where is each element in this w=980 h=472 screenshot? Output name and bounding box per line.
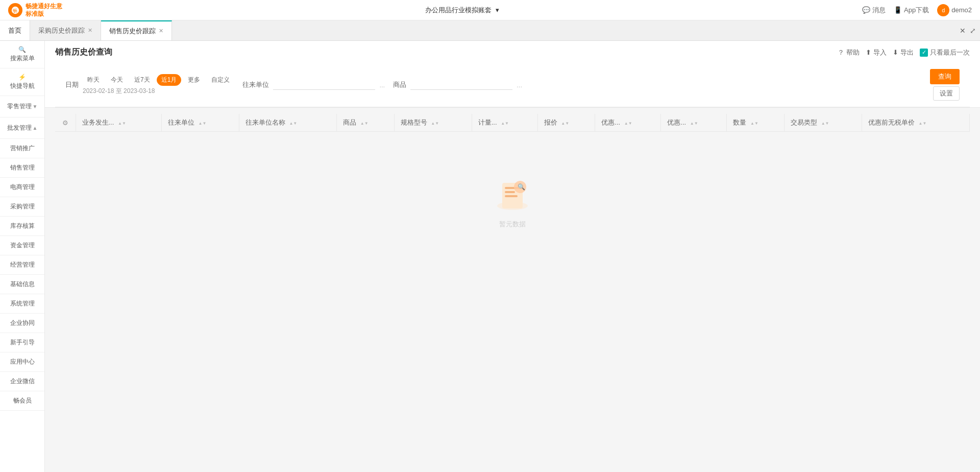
sidebar-item-guide[interactable]: 新手引导 xyxy=(0,333,44,352)
sort-icon: ▲▼ xyxy=(624,121,632,126)
col-discount1[interactable]: 优惠... ▲▼ xyxy=(595,114,661,132)
date-yesterday[interactable]: 昨天 xyxy=(83,74,104,86)
col-settings[interactable]: ⚙ xyxy=(55,114,76,132)
query-actions: 查询 设置 xyxy=(930,69,960,101)
sidebar-item-system[interactable]: 系统管理 xyxy=(0,294,44,314)
sidebar-item-purchase[interactable]: 采购管理 xyxy=(0,197,44,217)
quick-icon: ⚡ xyxy=(18,74,26,81)
sort-icon: ▲▼ xyxy=(118,121,126,126)
export-icon: ⬇ xyxy=(893,49,898,56)
col-partner-name[interactable]: 往来单位名称 ▲▼ xyxy=(239,114,336,132)
settings-button[interactable]: 设置 xyxy=(933,86,960,101)
sort-icon: ▲▼ xyxy=(501,121,509,126)
sidebar-item-sales-mgmt[interactable]: 销售管理 xyxy=(0,158,44,178)
col-pretax[interactable]: 优惠前无税单价 ▲▼ xyxy=(862,114,969,132)
data-table: ⚙ 业务发生... ▲▼ 往来单位 ▲▼ 往来单位名称 ▲▼ xyxy=(55,114,970,132)
export-button[interactable]: ⬇ 导出 xyxy=(893,48,914,57)
date-today[interactable]: 今天 xyxy=(106,74,128,86)
date-buttons: 昨天 今天 近7天 近1月 更多 自定义 xyxy=(83,74,234,86)
product-dots: ... xyxy=(517,81,522,89)
svg-text:畅: 畅 xyxy=(13,8,17,13)
gear-icon[interactable]: ⚙ xyxy=(62,119,68,127)
date-more[interactable]: 更多 xyxy=(183,74,205,86)
svg-rect-5 xyxy=(505,191,515,193)
page-title-row: 销售历史价查询 ？ 帮助 ⬆ 导入 ⬇ 导出 ✓ xyxy=(55,47,970,58)
search-icon: 🔍 xyxy=(18,46,26,53)
partner-input[interactable] xyxy=(273,80,375,90)
sort-icon: ▲▼ xyxy=(750,121,758,126)
sidebar-item-search[interactable]: 🔍 搜索菜单 xyxy=(0,41,44,68)
sort-icon: ▲▼ xyxy=(198,121,206,126)
tab-bar-end: ✕ ⤢ xyxy=(955,20,980,40)
sort-icon: ▲▼ xyxy=(431,121,439,126)
sort-icon: ▲▼ xyxy=(919,121,927,126)
col-spec[interactable]: 规格型号 ▲▼ xyxy=(394,114,472,132)
tab-sales-label: 销售历史价跟踪 xyxy=(109,27,156,36)
sidebar-item-quick[interactable]: ⚡ 快捷导航 xyxy=(0,68,44,96)
tab-purchase-close[interactable]: ✕ xyxy=(88,27,92,34)
only-last-checkbox[interactable]: ✓ xyxy=(920,49,928,57)
tab-sales[interactable]: 销售历史价跟踪 ✕ xyxy=(101,20,172,40)
date-custom[interactable]: 自定义 xyxy=(207,74,234,86)
workspace-dropdown-icon[interactable]: ▾ xyxy=(496,6,499,14)
maximize-icon[interactable]: ⤢ xyxy=(970,27,976,35)
date-filter-group: 日期 昨天 今天 近7天 近1月 更多 自定义 2023-02-18 至 202… xyxy=(65,74,234,96)
sidebar-item-inventory[interactable]: 库存核算 xyxy=(0,217,44,236)
tab-home[interactable]: 首页 xyxy=(0,20,30,40)
phone-icon: 📱 xyxy=(894,6,902,14)
page-title: 销售历史价查询 xyxy=(55,47,112,58)
sidebar-item-ecommerce[interactable]: 电商管理 xyxy=(0,178,44,197)
sidebar-item-enterprise[interactable]: 企业协同 xyxy=(0,314,44,333)
only-last-checkbox-group[interactable]: ✓ 只看最后一次 xyxy=(920,48,970,57)
sidebar-item-finance[interactable]: 资金管理 xyxy=(0,236,44,255)
sidebar-item-marketing[interactable]: 营销推广 xyxy=(0,139,44,158)
date-filter-col: 昨天 今天 近7天 近1月 更多 自定义 2023-02-18 至 2023-0… xyxy=(83,74,234,96)
sidebar-item-apps[interactable]: 应用中心 xyxy=(0,352,44,372)
date-label: 日期 xyxy=(65,80,79,89)
help-icon: ？ xyxy=(838,48,844,57)
col-biz-date[interactable]: 业务发生... ▲▼ xyxy=(76,114,161,132)
top-bar: 畅 畅捷通好生意 标准版 办公用品行业模拟账套 ▾ 💬 消息 📱 App下载 d… xyxy=(0,0,980,20)
col-quote[interactable]: 报价 ▲▼ xyxy=(537,114,595,132)
top-bar-left: 畅 畅捷通好生意 标准版 xyxy=(8,3,62,17)
chevron-down-icon: ▼ xyxy=(33,104,38,109)
sidebar-item-wechat[interactable]: 企业微信 xyxy=(0,372,44,391)
sidebar-item-operations[interactable]: 经营管理 xyxy=(0,255,44,275)
tab-purchase[interactable]: 采购历史价跟踪 ✕ xyxy=(30,20,101,40)
partner-dots: ... xyxy=(379,81,385,89)
content-area: 销售历史价查询 ？ 帮助 ⬆ 导入 ⬇ 导出 ✓ xyxy=(45,41,980,472)
tab-home-label: 首页 xyxy=(8,26,21,35)
app-download-button[interactable]: 📱 App下载 xyxy=(894,6,929,15)
col-discount2[interactable]: 优惠... ▲▼ xyxy=(661,114,727,132)
workspace-selector[interactable]: 办公用品行业模拟账套 ▾ xyxy=(425,6,499,15)
svg-rect-6 xyxy=(505,195,518,197)
sort-icon: ▲▼ xyxy=(360,121,369,126)
close-window-icon[interactable]: ✕ xyxy=(960,27,966,35)
date-7days[interactable]: 近7天 xyxy=(130,74,155,86)
query-button[interactable]: 查询 xyxy=(930,69,960,84)
help-button[interactable]: ？ 帮助 xyxy=(838,48,860,57)
main-layout: 🔍 搜索菜单 ⚡ 快捷导航 零售管理 ▼ 批发管理 ▲ 营销推广 销售管理 电商… xyxy=(0,41,980,472)
top-bar-right: 💬 消息 📱 App下载 d demo2 xyxy=(862,4,972,16)
sidebar-item-retail[interactable]: 零售管理 ▼ xyxy=(0,96,44,117)
date-1month[interactable]: 近1月 xyxy=(157,74,182,86)
sidebar-item-wholesale[interactable]: 批发管理 ▲ xyxy=(0,117,44,139)
message-button[interactable]: 💬 消息 xyxy=(862,6,886,15)
col-unit[interactable]: 计量... ▲▼ xyxy=(472,114,537,132)
col-qty[interactable]: 数量 ▲▼ xyxy=(727,114,785,132)
col-trade-type[interactable]: 交易类型 ▲▼ xyxy=(785,114,862,132)
page-actions: ？ 帮助 ⬆ 导入 ⬇ 导出 ✓ 只看最后一次 xyxy=(838,48,970,57)
workspace-label: 办公用品行业模拟账套 xyxy=(425,6,492,15)
user-avatar[interactable]: d demo2 xyxy=(937,4,972,16)
filter-bar: 日期 昨天 今天 近7天 近1月 更多 自定义 2023-02-18 至 202… xyxy=(55,64,970,107)
sidebar-item-vip[interactable]: 畅会员 xyxy=(0,391,44,411)
col-partner-code[interactable]: 往来单位 ▲▼ xyxy=(161,114,239,132)
sidebar-item-basic[interactable]: 基础信息 xyxy=(0,275,44,294)
import-button[interactable]: ⬆ 导入 xyxy=(866,48,887,57)
page-header: 销售历史价查询 ？ 帮助 ⬆ 导入 ⬇ 导出 ✓ xyxy=(45,41,980,108)
tab-sales-close[interactable]: ✕ xyxy=(159,28,163,34)
col-product[interactable]: 商品 ▲▼ xyxy=(337,114,395,132)
logo-icon: 畅 xyxy=(8,3,22,17)
svg-text:🔍: 🔍 xyxy=(518,183,525,191)
product-input[interactable] xyxy=(410,80,512,90)
